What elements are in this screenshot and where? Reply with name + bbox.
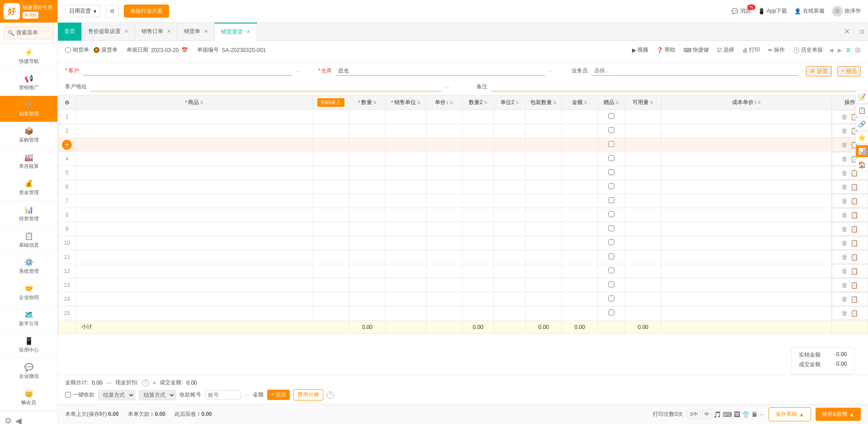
available-cell[interactable] [625, 166, 661, 180]
data-cell[interactable] [426, 250, 462, 264]
data-cell[interactable] [494, 166, 525, 180]
data-cell[interactable] [525, 180, 561, 194]
available-cell[interactable] [625, 194, 661, 208]
data-cell[interactable] [561, 278, 598, 292]
delete-row-button[interactable]: 🗑 [841, 310, 848, 317]
available-cell[interactable] [625, 222, 661, 236]
sidebar-item-member[interactable]: 👑 畅会员 [0, 385, 57, 411]
data-cell[interactable] [349, 194, 385, 208]
sort-qty-icon[interactable]: ⇅ [373, 100, 377, 105]
available-cell[interactable] [625, 278, 661, 292]
data-cell[interactable] [494, 208, 525, 222]
gift-checkbox[interactable] [609, 225, 614, 231]
data-cell[interactable] [349, 236, 385, 250]
data-cell[interactable] [462, 180, 494, 194]
gift-checkbox[interactable] [609, 183, 614, 189]
data-cell[interactable] [385, 180, 426, 194]
product-cell[interactable] [76, 236, 313, 250]
copy-row-button[interactable]: 📋 [850, 211, 858, 219]
available-cell[interactable] [625, 292, 661, 306]
status-item-1-info[interactable]: ℹ [151, 411, 153, 417]
available-cell[interactable] [625, 264, 661, 278]
th-settings[interactable]: ⚙ [58, 95, 76, 110]
sort-gift-icon[interactable]: ⇅ [615, 100, 619, 105]
delete-row-button[interactable]: 🗑 [841, 155, 848, 162]
sort-pack-icon[interactable]: ⇅ [553, 100, 557, 105]
sidebar-item-quick-nav[interactable]: ⚡ 快捷导航 [0, 43, 57, 70]
data-cell[interactable] [494, 180, 525, 194]
fee-split-button[interactable]: 费用分摊 [293, 389, 323, 400]
data-cell[interactable] [349, 306, 385, 320]
data-cell[interactable] [561, 264, 598, 278]
data-cell[interactable] [494, 292, 525, 306]
copy-row-button[interactable]: 📋 [850, 225, 858, 233]
data-cell[interactable] [462, 292, 494, 306]
scan-button[interactable]: 扫码录入 [317, 98, 344, 107]
sidebar-item-operations[interactable]: 📊 经营管理 [0, 201, 57, 227]
settings-button[interactable]: ⚙ 设置 [806, 66, 831, 76]
data-cell[interactable] [426, 306, 462, 320]
product-cell[interactable] [76, 278, 313, 292]
available-cell[interactable] [625, 152, 661, 166]
data-cell[interactable] [494, 306, 525, 320]
data-cell[interactable] [349, 278, 385, 292]
close-sale-order-icon[interactable]: ✕ [167, 29, 171, 34]
nav-next-icon[interactable]: ▶ [838, 47, 842, 53]
sidebar-item-system[interactable]: ⚙️ 系统管理 [0, 253, 57, 280]
tab-sale-out[interactable]: 销货单 ✕ [178, 23, 215, 41]
sale-radio-label[interactable]: 销货单 [65, 46, 89, 54]
data-cell[interactable] [462, 194, 494, 208]
close-sale-price-icon[interactable]: ✕ [124, 29, 128, 34]
music-icon[interactable]: 🎵 [713, 411, 721, 418]
warehouse-dots[interactable]: ··· [549, 68, 553, 74]
delete-row-button[interactable]: 🗑 [841, 295, 848, 303]
address-input[interactable] [90, 82, 441, 91]
sidebar-item-purchase[interactable]: 📦 采购管理 [0, 122, 57, 148]
data-cell[interactable] [385, 278, 426, 292]
collapse-icon[interactable]: ◀ [15, 416, 22, 424]
data-cell[interactable] [561, 208, 598, 222]
video-button[interactable]: ▶ 视频 [630, 45, 650, 55]
add-row-button[interactable]: + [62, 140, 72, 150]
data-cell[interactable] [385, 306, 426, 320]
data-cell[interactable] [462, 166, 494, 180]
copy-row-button[interactable]: 📋 [850, 253, 858, 261]
select-button[interactable]: ☑ 选择 [715, 45, 736, 55]
cost-price-cell[interactable] [661, 180, 831, 194]
data-cell[interactable] [385, 222, 426, 236]
data-cell[interactable] [525, 264, 561, 278]
data-cell[interactable] [385, 264, 426, 278]
available-cell[interactable] [625, 250, 661, 264]
data-cell[interactable] [426, 110, 462, 124]
cost-price-cell[interactable] [661, 152, 831, 166]
account-input[interactable] [205, 391, 241, 400]
salesperson-dots[interactable]: ··· [802, 68, 806, 74]
warehouse-input[interactable] [335, 66, 545, 76]
message-button[interactable]: 💬 消息 70 [731, 7, 751, 15]
data-cell[interactable] [525, 166, 561, 180]
sidebar-item-inventory[interactable]: 🏭 库存核算 [0, 148, 57, 175]
fee-help-icon[interactable]: ? [327, 391, 334, 399]
gift-checkbox[interactable] [609, 310, 614, 315]
cost-price-cell[interactable] [661, 236, 831, 250]
cost-price-cell[interactable] [661, 208, 831, 222]
copy-row-button[interactable]: 📋 [850, 239, 858, 247]
data-cell[interactable] [525, 292, 561, 306]
unit-price-info-icon[interactable]: ℹ [447, 100, 448, 105]
nav-prev-icon[interactable]: ◀ [829, 47, 833, 53]
close-all-tabs-button[interactable]: ✕ [840, 27, 854, 36]
data-cell[interactable] [426, 194, 462, 208]
data-cell[interactable] [385, 292, 426, 306]
data-cell[interactable] [349, 110, 385, 124]
available-cell[interactable] [625, 110, 661, 124]
sort-product-icon[interactable]: ⇅ [200, 100, 203, 105]
data-cell[interactable] [561, 152, 598, 166]
delete-row-button[interactable]: 🗑 [841, 239, 848, 247]
product-cell[interactable] [76, 292, 313, 306]
tab-sale-price[interactable]: 售价提取设置 ✕ [82, 23, 135, 41]
cost-price-cell[interactable] [661, 166, 831, 180]
sort-available-icon[interactable]: ⇅ [650, 100, 653, 105]
data-cell[interactable] [525, 222, 561, 236]
status-item-3-info[interactable]: ℹ [198, 411, 200, 417]
sidebar-item-apps[interactable]: 📱 应用中心 [0, 332, 57, 358]
